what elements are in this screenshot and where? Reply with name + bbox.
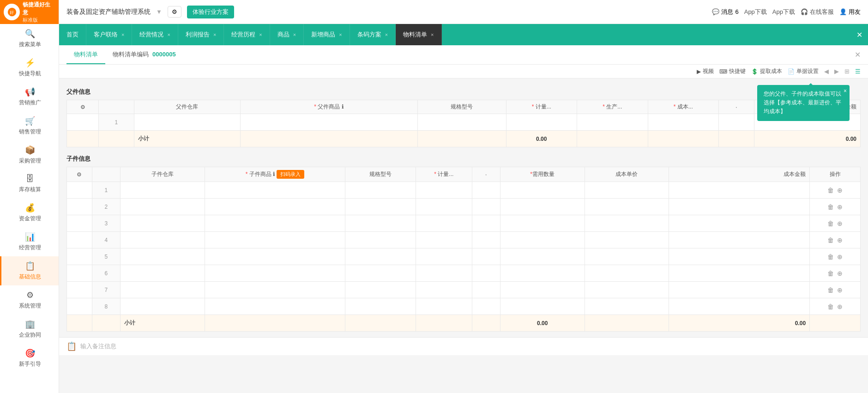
close-all-tabs-button[interactable]: ✕ — [851, 30, 868, 39]
child-cell-unit-cost-8[interactable] — [585, 298, 669, 315]
nav-tab-profit[interactable]: 利润报告× — [178, 24, 224, 45]
child-cell-unit-8[interactable] — [416, 298, 472, 315]
delete-icon-1[interactable]: 🗑 — [827, 187, 834, 194]
child-cell-unit-cost-3[interactable] — [585, 215, 669, 232]
nav-tab-close-products[interactable]: × — [293, 32, 296, 37]
child-cell-warehouse-3[interactable] — [120, 215, 205, 232]
child-cell-spec-7[interactable] — [345, 282, 416, 298]
child-cell-warehouse-4[interactable] — [120, 232, 205, 248]
view-button[interactable]: ▶ 视频 — [697, 67, 714, 75]
nav-tab-close-history[interactable]: × — [259, 32, 262, 37]
child-cell-unit-7[interactable] — [416, 282, 472, 298]
child-cell-unit-cost-4[interactable] — [585, 232, 669, 248]
nav-tab-close-profit[interactable]: × — [213, 32, 216, 37]
settings-button[interactable]: ⚙ — [168, 6, 181, 18]
nav-tab-barcode[interactable]: 条码方案× — [350, 24, 396, 45]
sidebar-item-finance[interactable]: 💰资金管理 — [0, 198, 59, 227]
nav-tab-close-bom[interactable]: × — [431, 32, 434, 37]
child-cell-spec-3[interactable] — [345, 215, 416, 232]
message-area[interactable]: 💬 消息 6 — [712, 8, 738, 16]
child-cell-unit-3[interactable] — [416, 215, 472, 232]
sidebar-item-marketing[interactable]: 📢营销推广 — [0, 82, 59, 111]
scan-input-button[interactable]: 扫码录入 — [277, 170, 304, 179]
child-cell-warehouse-6[interactable] — [120, 265, 205, 282]
child-col-settings[interactable]: ⚙ — [67, 167, 92, 182]
parent-cell-product[interactable] — [241, 114, 418, 131]
child-cell-cost-amount-3[interactable] — [669, 215, 810, 232]
child-cell-product-6[interactable] — [205, 265, 345, 282]
nav-prev-button[interactable]: ◀ — [824, 68, 829, 75]
child-cell-spec-4[interactable] — [345, 232, 416, 248]
child-cell-qty-3[interactable] — [500, 215, 585, 232]
copy-icon-6[interactable]: ⊕ — [837, 270, 843, 277]
child-cell-cost-amount-1[interactable] — [669, 182, 810, 199]
trial-button[interactable]: 体验行业方案 — [187, 6, 234, 18]
delete-icon-6[interactable]: 🗑 — [827, 270, 834, 277]
child-cell-unit-2[interactable] — [416, 199, 472, 215]
user-area[interactable]: 👤 用友 — [839, 8, 861, 16]
child-cell-warehouse-2[interactable] — [120, 199, 205, 215]
child-cell-cost-amount-6[interactable] — [669, 265, 810, 282]
close-page-button[interactable]: ✕ — [855, 50, 861, 59]
shortcut-button[interactable]: ⌨ 快捷键 — [719, 67, 746, 75]
sub-tab-bom-code[interactable]: 物料清单编码 0000005 — [105, 45, 183, 64]
sub-tab-bom-list[interactable]: 物料清单 — [66, 45, 105, 64]
nav-tab-customers[interactable]: 客户联络× — [86, 24, 132, 45]
sidebar-item-enterprise[interactable]: 🏢企业协同 — [0, 314, 59, 344]
child-cell-qty-2[interactable] — [500, 199, 585, 215]
child-cell-qty-4[interactable] — [500, 232, 585, 248]
child-cell-qty-5[interactable] — [500, 248, 585, 265]
child-cell-product-1[interactable] — [205, 182, 345, 199]
app-download[interactable]: App下载 — [744, 8, 767, 16]
sidebar-item-search[interactable]: 🔍搜索菜单 — [0, 24, 59, 53]
single-settings-button[interactable]: 📄 单据设置 — [788, 67, 819, 75]
delete-icon-8[interactable]: 🗑 — [827, 303, 834, 310]
child-cell-product-5[interactable] — [205, 248, 345, 265]
child-cell-unit-1[interactable] — [416, 182, 472, 199]
sidebar-item-guide[interactable]: 🎯新手引导 — [0, 344, 59, 373]
delete-icon-4[interactable]: 🗑 — [827, 236, 834, 244]
child-cell-cost-amount-7[interactable] — [669, 282, 810, 298]
nav-tab-operations[interactable]: 经营情况× — [132, 24, 178, 45]
delete-icon-2[interactable]: 🗑 — [827, 203, 834, 211]
child-cell-unit-cost-1[interactable] — [585, 182, 669, 199]
copy-icon-4[interactable]: ⊕ — [837, 236, 843, 244]
delete-icon-7[interactable]: 🗑 — [827, 286, 834, 294]
copy-icon-3[interactable]: ⊕ — [837, 220, 843, 227]
nav-tab-close-operations[interactable]: × — [167, 32, 170, 37]
child-cell-unit-cost-5[interactable] — [585, 248, 669, 265]
sidebar-item-quick-nav[interactable]: ⚡快捷导航 — [0, 53, 59, 82]
parent-cell-warehouse[interactable] — [134, 114, 240, 131]
child-cell-spec-1[interactable] — [345, 182, 416, 199]
child-cell-warehouse-8[interactable] — [120, 298, 205, 315]
copy-icon-5[interactable]: ⊕ — [837, 253, 843, 260]
grid-view-button[interactable]: ⊞ — [844, 68, 850, 75]
copy-icon-7[interactable]: ⊕ — [837, 286, 843, 294]
child-cell-warehouse-7[interactable] — [120, 282, 205, 298]
delete-icon-3[interactable]: 🗑 — [827, 220, 834, 227]
child-cell-cost-amount-2[interactable] — [669, 199, 810, 215]
sidebar-item-system[interactable]: ⚙系统管理 — [0, 285, 59, 314]
child-cell-product-8[interactable] — [205, 298, 345, 315]
child-cell-unit-cost-6[interactable] — [585, 265, 669, 282]
nav-tab-bom[interactable]: 物料清单× — [396, 24, 441, 45]
copy-icon-1[interactable]: ⊕ — [837, 187, 843, 194]
sidebar-item-sales[interactable]: 🛒销售管理 — [0, 111, 59, 140]
child-cell-qty-7[interactable] — [500, 282, 585, 298]
nav-tab-close-customers[interactable]: × — [121, 32, 124, 37]
copy-icon-2[interactable]: ⊕ — [837, 203, 843, 211]
nav-tab-close-new-products[interactable]: × — [339, 32, 342, 37]
copy-icon-8[interactable]: ⊕ — [837, 303, 843, 310]
nav-tab-close-barcode[interactable]: × — [385, 32, 388, 37]
tooltip-close-btn[interactable]: × — [844, 87, 847, 96]
parent-cell-unit[interactable] — [506, 114, 577, 131]
sidebar-item-inventory[interactable]: 🗄库存核算 — [0, 169, 59, 198]
child-cell-spec-2[interactable] — [345, 199, 416, 215]
dropdown-icon[interactable]: ▼ — [156, 8, 162, 15]
child-cell-cost-amount-5[interactable] — [669, 248, 810, 265]
nav-next-button[interactable]: ▶ — [834, 68, 839, 75]
child-cell-spec-6[interactable] — [345, 265, 416, 282]
child-cell-warehouse-5[interactable] — [120, 248, 205, 265]
child-cell-unit-cost-7[interactable] — [585, 282, 669, 298]
child-cell-cost-amount-8[interactable] — [669, 298, 810, 315]
